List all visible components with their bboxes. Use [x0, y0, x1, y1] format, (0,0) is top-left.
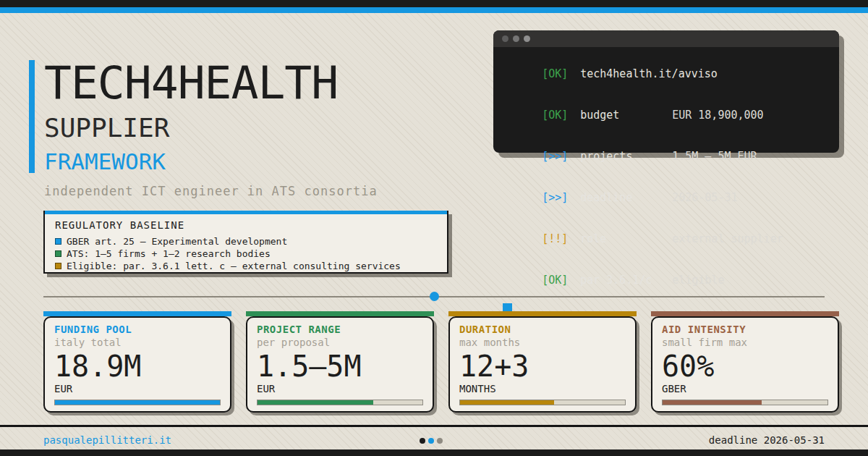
card-sublabel: italy total — [54, 336, 221, 349]
card-sublabel: max months — [459, 336, 626, 349]
card-label: DURATION — [459, 323, 626, 336]
terminal-line[interactable]: [OK]tech4health.it/avviso — [503, 54, 839, 95]
terminal-key: role — [580, 232, 672, 246]
bottom-black-bar — [0, 449, 868, 456]
progress-track — [257, 400, 423, 405]
regbox-item: GBER art. 25 – Experimental development — [55, 235, 437, 248]
terminal-line: [>>]deadline2026-05-31 — [503, 177, 839, 219]
card-sublabel: small firm max — [662, 336, 828, 349]
hero-section: TECH4HEALTH SUPPLIER FRAMEWORK independe… — [29, 60, 378, 198]
bullet-square-icon — [55, 238, 61, 245]
status-tag: [OK] — [542, 109, 569, 122]
site-link[interactable]: pasqualepillitteri.it — [43, 434, 171, 446]
footer-divider — [0, 425, 868, 427]
regbox-item-text: GBER art. 25 – Experimental development — [67, 235, 287, 248]
card-value: 12+3 — [459, 350, 626, 383]
card-accent-bar — [43, 311, 231, 316]
card-accent-bar — [651, 311, 839, 316]
top-black-bar — [0, 0, 868, 7]
window-dot-icon — [524, 35, 530, 42]
terminal-value: EUR 18,900,000 — [672, 109, 763, 122]
card-label: FUNDING POOL — [54, 323, 221, 336]
bullet-square-icon — [55, 263, 61, 269]
dot-icon — [420, 438, 425, 444]
card-value: 60% — [662, 350, 828, 383]
terminal-value: 1.5M – 5M EUR — [672, 150, 757, 163]
deadline-text: deadline 2026-05-31 — [709, 434, 825, 446]
footer: pasqualepillitteri.it deadline 2026-05-3… — [0, 433, 868, 449]
terminal-key: par 3.6.1/c — [580, 274, 672, 287]
page-subtitle: SUPPLIER — [44, 115, 378, 141]
terminal-key: deadline — [580, 191, 672, 205]
terminal-line: [!!]roleexternal supplier — [503, 219, 839, 260]
terminal-titlebar — [493, 30, 839, 47]
card-sublabel: per proposal — [257, 336, 423, 349]
card-accent-bar — [448, 311, 637, 316]
terminal-window: [OK]tech4health.it/avviso [OK]budgetEUR … — [493, 30, 839, 153]
regbox-item-text: Eligible: par. 3.6.1 lett. c – external … — [67, 260, 401, 272]
pagination-dots — [420, 438, 443, 444]
card-unit: GBER — [662, 383, 828, 394]
progress-track — [54, 400, 221, 405]
stat-card-funding-pool: FUNDING POOL italy total 18.9M EUR — [43, 311, 231, 413]
terminal-key: projects — [580, 150, 672, 164]
card-value: 18.9M — [54, 350, 221, 383]
status-tag: [>>] — [542, 150, 569, 164]
terminal-value: 2026-05-31 — [672, 191, 737, 204]
card-unit: EUR — [257, 383, 423, 394]
card-value: 1.5–5M — [257, 350, 423, 383]
bullet-square-icon — [55, 250, 61, 257]
dot-icon — [437, 438, 443, 444]
terminal-value: external supplier — [672, 232, 783, 245]
card-label: AID INTENSITY — [662, 323, 828, 336]
top-accent-bar — [0, 7, 868, 13]
page-title: TECH4HEALTH — [44, 60, 378, 106]
terminal-line: [>>]projects1.5M – 5M EUR — [503, 136, 839, 177]
regulatory-baseline-box: REGULATORY BASELINE GBER art. 25 – Exper… — [43, 211, 448, 274]
stat-cards-row: FUNDING POOL italy total 18.9M EUR PROJE… — [43, 311, 839, 413]
terminal-value: eligible — [672, 274, 724, 287]
status-tag: [OK] — [542, 274, 569, 287]
progress-track — [662, 400, 828, 405]
stat-card-duration: DURATION max months 12+3 MONTHS — [448, 311, 637, 413]
regbox-title: REGULATORY BASELINE — [55, 219, 437, 231]
terminal-url: tech4health.it/avviso — [580, 67, 672, 81]
regbox-item: Eligible: par. 3.6.1 lett. c – external … — [55, 260, 437, 272]
hero-titles: TECH4HEALTH SUPPLIER FRAMEWORK — [29, 60, 378, 173]
tagline: independent ICT engineer in ATS consorti… — [44, 184, 378, 198]
page-subtitle-accent: FRAMEWORK — [44, 151, 378, 173]
dot-icon — [428, 438, 434, 444]
card-label: PROJECT RANGE — [257, 323, 423, 336]
terminal-line: [OK]par 3.6.1/celigible — [503, 260, 839, 301]
status-tag: [OK] — [542, 67, 569, 81]
card-unit: MONTHS — [459, 383, 626, 394]
progress-track — [459, 400, 626, 405]
card-unit: EUR — [54, 383, 221, 394]
status-tag: [!!] — [542, 232, 569, 246]
card-accent-bar — [246, 311, 434, 316]
status-tag: [>>] — [542, 191, 569, 205]
terminal-key: budget — [580, 109, 672, 122]
progress-fill — [55, 400, 220, 405]
window-dot-icon — [513, 35, 519, 42]
stat-card-project-range: PROJECT RANGE per proposal 1.5–5M EUR — [246, 311, 434, 413]
regbox-item: ATS: 1–5 firms + 1–2 research bodies — [55, 248, 437, 260]
stat-card-aid-intensity: AID INTENSITY small firm max 60% GBER — [651, 311, 839, 413]
divider-dot — [430, 292, 439, 301]
regbox-item-text: ATS: 1–5 firms + 1–2 research bodies — [67, 248, 271, 260]
window-dot-icon — [502, 35, 509, 42]
progress-fill — [663, 400, 762, 405]
terminal-line: [OK]budgetEUR 18,900,000 — [503, 95, 839, 136]
progress-fill — [460, 400, 554, 405]
progress-fill — [258, 400, 373, 405]
terminal-body: [OK]tech4health.it/avviso [OK]budgetEUR … — [493, 47, 839, 314]
